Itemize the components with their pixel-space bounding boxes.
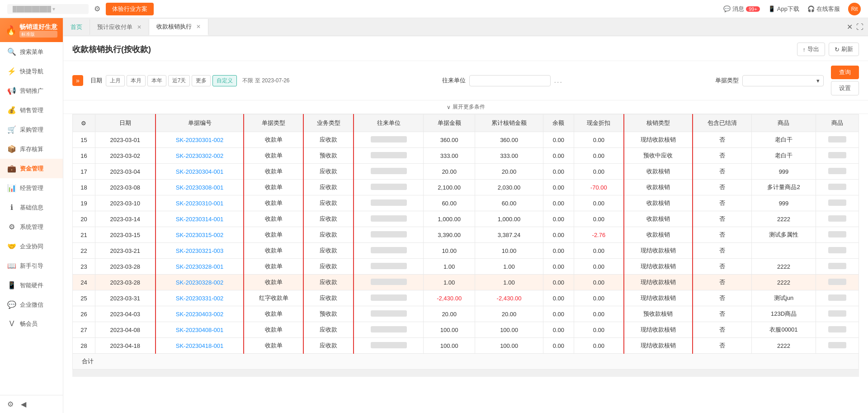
td-doc-type: 收款单 [244, 227, 303, 243]
doc-no-link[interactable]: SK-20230301-002 [176, 137, 224, 143]
td-include-cleared: 否 [693, 275, 752, 290]
custom-btn[interactable]: 自定义 [212, 75, 237, 86]
last-7days-btn[interactable]: 近7天 [168, 75, 190, 86]
table-row: 20 2023-03-14 SK-20230314-001 收款单 应收款 1,… [73, 211, 859, 227]
td-product: 999 [752, 195, 816, 211]
message-label: 消息 [732, 5, 744, 13]
sidebar-label-guide: 新手引导 [20, 262, 43, 270]
sidebar-item-shortcut[interactable]: ⚡ 快捷导航 [0, 62, 63, 81]
doc-no-link[interactable]: SK-20230403-002 [176, 311, 224, 318]
sidebar-item-purchase[interactable]: 🛒 采购管理 [0, 120, 63, 139]
more-filters-dots[interactable]: ... [554, 76, 563, 85]
doc-no-link[interactable]: SK-20230328-001 [176, 263, 224, 270]
td-include-cleared: 否 [693, 306, 752, 322]
sidebar-settings-icon[interactable]: ⚙ [7, 400, 14, 408]
td-id: 20 [73, 211, 95, 227]
setting-button[interactable]: 设置 [831, 81, 859, 95]
td-amount: 360.00 [424, 132, 475, 148]
online-service-item[interactable]: 🎧 在线客服 [807, 5, 840, 13]
doc-no-link[interactable]: SK-20230304-001 [176, 168, 224, 175]
expand-more-button[interactable]: ∨ 展开更多条件 [447, 103, 485, 111]
doc-no-link[interactable]: SK-20230308-001 [176, 184, 224, 191]
doc-no-link[interactable]: SK-20230302-002 [176, 152, 224, 159]
sidebar-item-guide[interactable]: 📖 新手引导 [0, 256, 63, 275]
sidebar-item-marketing[interactable]: 📢 营销推广 [0, 81, 63, 100]
sidebar-item-sales[interactable]: 💰 销售管理 [0, 100, 63, 120]
member-icon: V [7, 320, 16, 328]
td-date: 2023-03-28 [95, 275, 155, 290]
tab-cancellation[interactable]: 收款核销执行 ✕ [149, 19, 208, 35]
doc-no-link[interactable]: SK-20230314-001 [176, 216, 224, 223]
td-doc-type: 收款单 [244, 259, 303, 275]
horizontal-scrollbar[interactable] [72, 370, 859, 377]
td-doc-type: 收款单 [244, 243, 303, 259]
td-product [752, 243, 816, 259]
td-product2 [816, 164, 859, 180]
refresh-button[interactable]: ↻ 刷新 [829, 43, 859, 56]
tab-receivable-close[interactable]: ✕ [137, 24, 142, 30]
sidebar-item-wechat[interactable]: 💬 企业微信 [0, 295, 63, 314]
headset-icon: 🎧 [807, 5, 815, 12]
this-month-btn[interactable]: 本月 [127, 75, 146, 86]
more-btn[interactable]: 更多 [192, 75, 211, 86]
td-biz-type: 应收款 [303, 322, 354, 338]
logo-name: 畅销道好生意 [19, 23, 57, 31]
tab-maximize-icon[interactable]: ⛶ [856, 23, 863, 31]
sidebar-item-system[interactable]: ⚙ 系统管理 [0, 217, 63, 237]
expand-more-label: 展开更多条件 [453, 103, 485, 111]
last-month-btn[interactable]: 上月 [106, 75, 125, 86]
online-service-label: 在线客服 [816, 5, 840, 13]
table-row: 21 2023-03-15 SK-20230315-002 收款单 应收款 3,… [73, 227, 859, 243]
td-cum-cancel: 100.00 [475, 338, 543, 354]
td-biz-type: 应收款 [303, 164, 354, 180]
query-button[interactable]: 查询 [831, 66, 859, 79]
td-cum-cancel: 360.00 [475, 132, 543, 148]
filter-expand-button[interactable]: » [72, 75, 83, 86]
doc-type-label: 单据类型 [715, 76, 739, 85]
user-avatar[interactable]: Rit [848, 3, 861, 15]
tab-home[interactable]: 首页 [63, 19, 90, 35]
tab-cancellation-close[interactable]: ✕ [196, 24, 201, 30]
th-gear[interactable]: ⚙ [73, 114, 95, 132]
doc-type-select[interactable]: ▾ [742, 75, 824, 86]
sidebar-item-inventory[interactable]: 📦 库存核算 [0, 139, 63, 159]
sidebar-item-hardware[interactable]: 📱 智能硬件 [0, 275, 63, 295]
doc-no-link[interactable]: SK-20230408-001 [176, 327, 224, 333]
doc-no-link[interactable]: SK-20230331-002 [176, 295, 224, 302]
message-item[interactable]: 💬 消息 99+ [723, 5, 760, 13]
td-product2 [816, 132, 859, 148]
sidebar-item-operations[interactable]: 📊 经营管理 [0, 178, 63, 198]
search-bar[interactable]: ██████████ ▾ [7, 4, 89, 14]
doc-no-link[interactable]: SK-20230321-003 [176, 247, 224, 254]
td-product2 [816, 180, 859, 195]
td-include-cleared: 否 [693, 243, 752, 259]
sidebar-collapse-icon[interactable]: ◀ [21, 400, 26, 408]
doc-no-link[interactable]: SK-20230310-001 [176, 200, 224, 207]
export-button[interactable]: ↑ 导出 [797, 43, 826, 56]
td-amount: 100.00 [424, 322, 475, 338]
solution-button[interactable]: 体验行业方案 [106, 3, 154, 15]
sidebar-item-search[interactable]: 🔍 搜索菜单 [0, 42, 63, 62]
unit-input[interactable] [469, 75, 551, 86]
tab-close-all-icon[interactable]: ✕ [847, 23, 853, 31]
table-row: 15 2023-03-01 SK-20230301-002 收款单 应收款 36… [73, 132, 859, 148]
this-year-btn[interactable]: 本年 [147, 75, 166, 86]
sidebar-item-enterprise[interactable]: 🤝 企业协同 [0, 237, 63, 256]
tab-receivable[interactable]: 预计应收付单 ✕ [90, 19, 149, 35]
th-amount: 单据金额 [424, 114, 475, 132]
settings-icon[interactable]: ⚙ [94, 5, 100, 13]
doc-no-link[interactable]: SK-20230328-002 [176, 279, 224, 286]
sidebar-item-basic[interactable]: ℹ 基础信息 [0, 198, 63, 217]
td-include-cleared: 否 [693, 259, 752, 275]
sidebar-item-member[interactable]: V 畅会员 [0, 314, 63, 333]
doc-no-link[interactable]: SK-20230418-001 [176, 342, 224, 349]
sidebar-label-basic: 基础信息 [20, 204, 43, 212]
app-download-item[interactable]: 📱 App下载 [768, 5, 799, 13]
td-cash-discount: 0.00 [574, 290, 624, 306]
sidebar-label-finance: 资金管理 [20, 165, 43, 173]
doc-no-link[interactable]: SK-20230315-002 [176, 232, 224, 238]
sidebar-item-finance[interactable]: 💼 资金管理 [0, 159, 63, 178]
sidebar-label-system: 系统管理 [20, 223, 43, 231]
td-cash-discount: 0.00 [574, 259, 624, 275]
td-doc-no: SK-20230331-002 [156, 290, 244, 306]
